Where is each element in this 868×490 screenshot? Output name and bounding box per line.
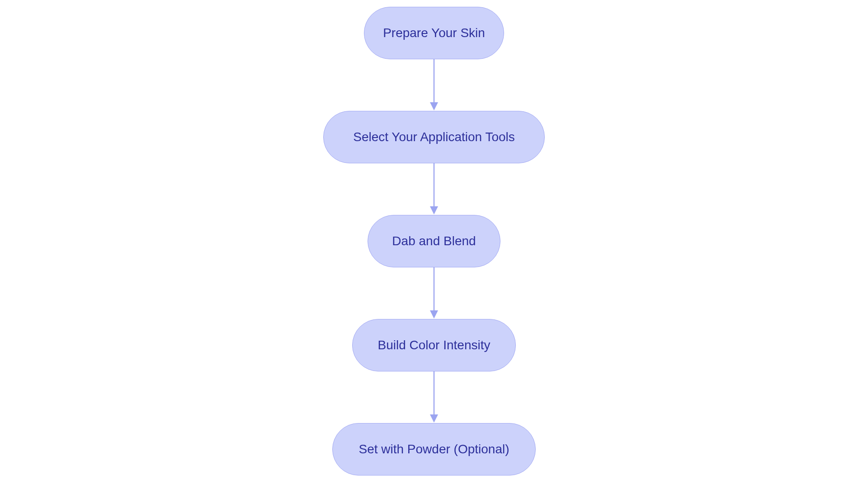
flow-node-label: Build Color Intensity xyxy=(377,338,490,352)
svg-marker-3 xyxy=(430,206,438,214)
arrow-2-3 xyxy=(429,163,439,214)
flow-node-1: Prepare Your Skin xyxy=(364,7,504,59)
arrow-3-4 xyxy=(429,267,439,319)
flow-node-4: Build Color Intensity xyxy=(352,319,516,371)
svg-marker-1 xyxy=(430,102,438,110)
svg-marker-5 xyxy=(430,310,438,319)
flow-node-label: Prepare Your Skin xyxy=(383,26,485,40)
arrow-4-5 xyxy=(429,371,439,423)
flow-node-label: Select Your Application Tools xyxy=(353,130,515,144)
flow-node-label: Set with Powder (Optional) xyxy=(359,442,509,457)
flowchart-canvas: Prepare Your Skin Select Your Applicatio… xyxy=(0,0,868,490)
arrow-1-2 xyxy=(429,59,439,110)
flow-node-label: Dab and Blend xyxy=(392,234,476,248)
flow-node-5: Set with Powder (Optional) xyxy=(332,423,536,476)
flow-node-2: Select Your Application Tools xyxy=(323,111,545,163)
svg-marker-7 xyxy=(430,414,438,423)
flow-node-3: Dab and Blend xyxy=(368,215,500,267)
